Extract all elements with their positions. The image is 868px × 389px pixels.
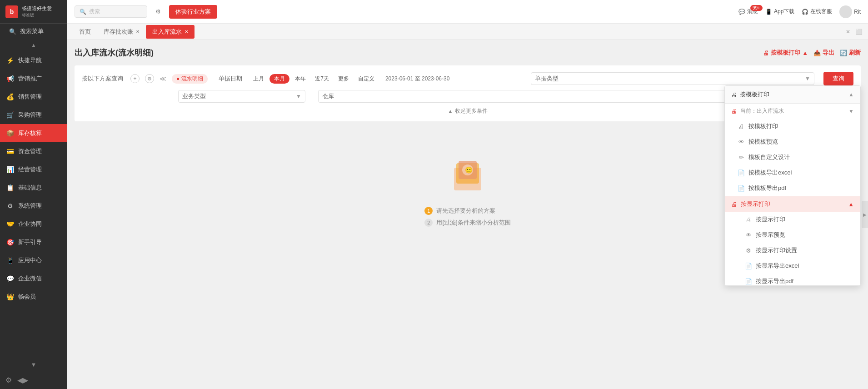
current-template-arrow: ▼ <box>848 108 854 115</box>
dropdown-template-design[interactable]: ✏ 模板自定义设计 <box>725 150 860 165</box>
message-button[interactable]: 💬 消息 99+ <box>738 8 758 15</box>
logo-icon: b <box>5 5 18 18</box>
nav-scroll-up[interactable]: ▲ <box>0 39 67 51</box>
topbar-search[interactable]: 🔍 搜索 <box>75 5 147 18</box>
topbar-gear-icon[interactable]: ⚙ <box>151 5 165 19</box>
date-btn-more[interactable]: 更多 <box>334 74 353 84</box>
chevron-down-icon: ▼ <box>805 75 810 82</box>
sidebar-item-wechat[interactable]: 💬 企业微信 <box>0 269 67 288</box>
sidebar-item-operation[interactable]: 📊 经营管理 <box>0 160 67 179</box>
filter-add-button[interactable]: + <box>130 74 140 83</box>
warehouse-select[interactable]: 仓库 ··· <box>318 90 793 103</box>
logo-text: 畅捷通好生意 标准版 <box>22 5 52 18</box>
dropdown-template-preview[interactable]: 👁 按模板预览 <box>725 134 860 150</box>
sidebar-item-system[interactable]: ⚙ 系统管理 <box>0 197 67 215</box>
sidebar-item-sales[interactable]: 💰 销售管理 <box>0 88 67 106</box>
close-tab-icon[interactable]: ✕ <box>844 28 852 35</box>
dropdown-display-settings[interactable]: ⚙ 按显示打印设置 <box>725 243 860 258</box>
right-edge-collapse[interactable]: ▶ <box>862 201 868 228</box>
sidebar-bottom: ⚙ ◀▶ <box>0 371 67 389</box>
sidebar-item-appstore[interactable]: 📱 应用中心 <box>0 251 67 269</box>
tag-icon: ● <box>176 75 180 82</box>
date-btn-custom[interactable]: 自定义 <box>354 74 378 84</box>
display-section-icon: 🖨 <box>731 201 737 208</box>
document-type-select[interactable]: 单据类型 ▼ <box>531 72 814 85</box>
step-num-1: 1 <box>424 207 433 215</box>
sidebar-item-marketing[interactable]: 📢 营销推广 <box>0 70 67 88</box>
flow-detail-tag[interactable]: ● 流水明细 <box>172 74 208 84</box>
date-btn-last-month[interactable]: 上月 <box>249 74 268 84</box>
dropdown-display-preview[interactable]: 👁 按显示预览 <box>725 227 860 243</box>
sidebar: b 畅捷通好生意 标准版 🔍 搜索菜单 ▲ ⚡ 快捷导航 📢 营销推广 💰 销售… <box>0 0 67 389</box>
topbar-left: 🔍 搜索 ⚙ 体验行业方案 <box>75 5 733 19</box>
settings-bottom-icon[interactable]: ⚙ <box>5 376 12 384</box>
display-settings-icon: ⚙ <box>745 247 752 254</box>
collapse-sidebar-icon[interactable]: ◀▶ <box>17 376 28 384</box>
sidebar-item-quick-nav[interactable]: ⚡ 快捷导航 <box>0 51 67 70</box>
business-type-select[interactable]: 业务类型 ▼ <box>178 90 305 103</box>
dropdown-template-print[interactable]: 🖨 按模板打印 <box>725 119 860 134</box>
topbar: 🔍 搜索 ⚙ 体验行业方案 💬 消息 99+ 📱 App下载 🎧 在线客服 <box>67 0 868 24</box>
app-download-button[interactable]: 📱 App下载 <box>765 8 794 15</box>
nav-scroll-down[interactable]: ▼ <box>0 359 67 371</box>
refresh-button[interactable]: 🔄 刷新 <box>840 49 861 57</box>
finance-icon: 💳 <box>5 147 15 156</box>
user-avatar[interactable]: Rit <box>839 5 861 18</box>
chevron-up-icon-small: ▲ <box>448 108 453 115</box>
dropdown-display-print[interactable]: 🖨 按显示打印 <box>725 212 860 227</box>
date-options: 上月 本月 本年 近7天 更多 自定义 <box>249 74 378 84</box>
search-menu-item[interactable]: 🔍 搜索菜单 <box>0 24 67 39</box>
export-button[interactable]: 📤 导出 <box>813 49 834 57</box>
sidebar-item-basic[interactable]: 📋 基础信息 <box>0 179 67 197</box>
tab-inventory-batch[interactable]: 库存批次账 ✕ <box>97 25 146 39</box>
sidebar-item-inventory[interactable]: 📦 库存核算 <box>0 124 67 142</box>
dropdown-template-pdf[interactable]: 📄 按模板导出pdf <box>725 180 860 196</box>
cooperation-icon: 🤝 <box>5 219 15 229</box>
query-button[interactable]: 查询 <box>823 72 853 85</box>
print-icon: 🖨 <box>763 50 769 56</box>
system-icon: ⚙ <box>5 201 15 210</box>
page-title-row: 出入库流水(流水明细) 🖨 按模板打印 ▲ 📤 导出 🔄 刷新 <box>75 47 861 58</box>
tab-inout-flow[interactable]: 出入库流水 ✕ <box>146 25 195 39</box>
dropdown-display-pdf[interactable]: 📄 按显示导出pdf <box>725 274 860 285</box>
dropdown-template-excel[interactable]: 📄 按模板导出excel <box>725 165 860 180</box>
dropdown-collapse-arrow[interactable]: ▲ <box>848 91 854 98</box>
filter-label: 按以下方案查询 <box>82 75 123 83</box>
print-template-button[interactable]: 🖨 按模板打印 ▲ <box>763 49 808 57</box>
sidebar-item-cooperation[interactable]: 🤝 企业协同 <box>0 215 67 233</box>
filter-settings-button[interactable]: ⚙ <box>145 74 154 83</box>
maximize-icon[interactable]: ⬜ <box>855 28 863 35</box>
tab-home[interactable]: 首页 <box>73 25 97 39</box>
date-btn-7days[interactable]: 近7天 <box>311 74 333 84</box>
dropdown-display-excel[interactable]: 📄 按显示导出excel <box>725 258 860 274</box>
operation-icon: 📊 <box>5 165 15 174</box>
industry-solution-button[interactable]: 体验行业方案 <box>169 5 217 19</box>
dropdown-display-section[interactable]: 🖨 按显示打印 ▲ <box>725 196 860 212</box>
date-btn-this-year[interactable]: 本年 <box>291 74 309 84</box>
online-service-button[interactable]: 🎧 在线客服 <box>802 8 832 15</box>
date-btn-this-month[interactable]: 本月 <box>269 74 289 84</box>
sidebar-item-guide[interactable]: 🎯 新手引导 <box>0 233 67 251</box>
sidebar-item-member[interactable]: 👑 畅会员 <box>0 288 67 306</box>
wechat-icon: 💬 <box>5 274 15 283</box>
empty-step-2: 2 用[过滤]条件来缩小分析范围 <box>424 219 510 227</box>
display-print-icon: 🖨 <box>745 216 752 223</box>
business-type-dropdown-icon: ▼ <box>296 93 301 100</box>
search-icon: 🔍 <box>9 28 16 35</box>
dropdown-current-item[interactable]: 🖨 当前：出入库流水 ▼ <box>725 104 860 119</box>
topbar-search-icon: 🔍 <box>80 9 86 15</box>
tab-close-inventory-batch[interactable]: ✕ <box>136 29 140 34</box>
sidebar-item-purchase[interactable]: 🛒 采购管理 <box>0 106 67 124</box>
topbar-search-text: 搜索 <box>89 8 100 15</box>
collapse-more-button[interactable]: ▲ 收起更多条件 <box>448 107 488 115</box>
purchase-icon: 🛒 <box>5 110 15 120</box>
filter-row-1: 按以下方案查询 + ⚙ ≪ ● 流水明细 单据日期 上月 本月 本年 近7天 更… <box>82 72 853 85</box>
message-icon: 💬 <box>738 9 745 15</box>
display-excel-icon: 📄 <box>745 262 752 269</box>
template-excel-icon: 📄 <box>738 169 745 176</box>
filter-collapse-button[interactable]: ≪ <box>160 75 166 82</box>
step-num-2: 2 <box>424 219 433 227</box>
app-download-icon: 📱 <box>765 9 772 15</box>
tab-close-inout-flow[interactable]: ✕ <box>185 29 188 34</box>
sidebar-item-finance[interactable]: 💳 资金管理 <box>0 142 67 160</box>
